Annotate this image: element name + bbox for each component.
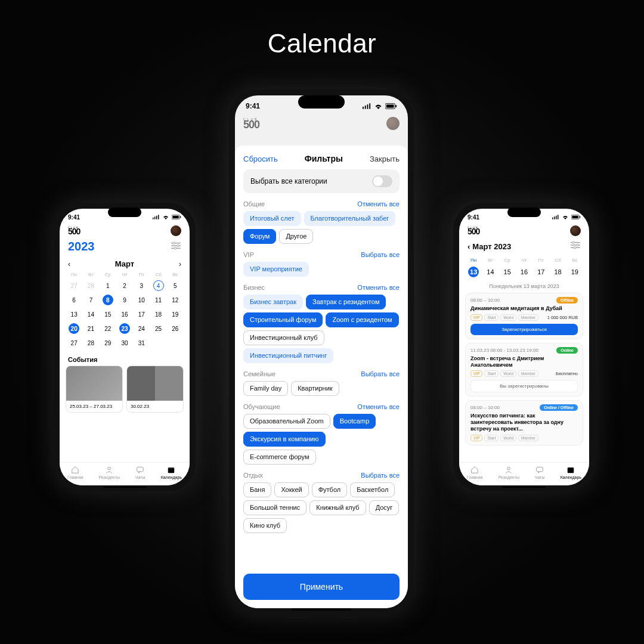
tab-chats[interactable]: Чаты — [535, 466, 545, 479]
week-day[interactable]: 16 — [516, 264, 532, 280]
filter-tag[interactable]: Экскурсия в компанию — [243, 432, 326, 447]
calendar-day[interactable]: 23 — [116, 321, 133, 336]
filter-tag[interactable]: Bootcamp — [333, 414, 376, 429]
calendar-day[interactable]: 30 — [116, 336, 133, 351]
event-card[interactable]: 25.03.23 – 27.03.23 — [66, 366, 123, 413]
day-event-card[interactable]: 08:00 – 10:00OfflineДинамическая медитац… — [465, 293, 583, 339]
calendar-day[interactable]: 5 — [167, 278, 184, 293]
filter-tag[interactable]: Хоккей — [274, 482, 308, 497]
filter-tag[interactable]: E-commerce форум — [243, 450, 316, 465]
next-month-button[interactable]: › — [179, 260, 181, 268]
filter-tag[interactable]: Образовательный Zoom — [243, 414, 330, 429]
calendar-day[interactable]: 28 — [82, 336, 99, 351]
calendar-day[interactable]: 31 — [133, 336, 150, 351]
close-button[interactable]: Закрыть — [370, 154, 400, 163]
calendar-day[interactable]: 1 — [100, 278, 116, 293]
week-day[interactable]: 18 — [549, 264, 566, 280]
filter-tag[interactable]: Досуг — [369, 500, 400, 515]
event-cta-button[interactable]: Зарегистрироваться — [470, 324, 578, 335]
calendar-day[interactable]: 7 — [82, 293, 99, 307]
day-event-card[interactable]: 11.03.23 08:00 - 13.03.23 19:00OnlineZoo… — [465, 343, 583, 397]
filter-tag[interactable]: Книжный клуб — [309, 500, 366, 515]
calendar-day[interactable]: 15 — [100, 307, 116, 321]
cancel-all-button[interactable]: Отменить все — [357, 284, 400, 291]
calendar-day[interactable]: 27 — [66, 278, 82, 293]
calendar-day[interactable]: 14 — [82, 307, 99, 321]
calendar-day[interactable]: 4 — [150, 278, 166, 293]
filter-tag[interactable]: Баскетбол — [350, 482, 395, 497]
week-day[interactable]: 17 — [532, 264, 549, 280]
prev-month-button[interactable]: ‹ — [68, 260, 70, 268]
calendar-day[interactable]: 27 — [66, 336, 82, 351]
calendar-day[interactable]: 25 — [150, 321, 166, 336]
tab-residents[interactable]: Резиденты — [499, 466, 519, 479]
cancel-all-button[interactable]: Отменить все — [357, 403, 400, 410]
calendar-day[interactable]: 9 — [116, 293, 133, 307]
select-all-button[interactable]: Выбрать все — [361, 370, 400, 377]
cancel-all-button[interactable]: Отменить все — [357, 200, 400, 208]
calendar-day[interactable]: 16 — [116, 307, 133, 321]
avatar[interactable] — [171, 225, 181, 236]
filter-tag[interactable]: Завтрак с резидентом — [306, 295, 386, 309]
year-label[interactable]: 2023 — [68, 240, 95, 253]
filter-tag[interactable]: Футбол — [312, 482, 348, 497]
calendar-day[interactable]: 10 — [133, 293, 150, 307]
week-day[interactable]: 15 — [499, 264, 516, 280]
week-day[interactable]: 13 — [465, 264, 482, 280]
filter-tag[interactable]: Квартирник — [291, 381, 339, 396]
calendar-day[interactable]: 2 — [116, 278, 133, 293]
tab-calendar[interactable]: Календарь — [161, 466, 182, 479]
filter-tag[interactable]: Итоговый слет — [243, 211, 301, 226]
tab-chats[interactable]: Чаты — [135, 466, 145, 479]
day-event-card[interactable]: 08:00 – 10:00Online / OfflineИскусство п… — [465, 400, 583, 445]
tab-home[interactable]: Главная — [67, 466, 83, 479]
filter-tag[interactable]: Строительный форум — [243, 312, 323, 327]
calendar-day[interactable]: 8 — [100, 293, 116, 307]
calendar-day[interactable]: 18 — [150, 307, 166, 321]
filter-tag[interactable]: Другое — [279, 229, 313, 244]
calendar-day[interactable]: 19 — [167, 307, 184, 321]
back-month-button[interactable]: ‹ Март 2023 — [467, 242, 511, 251]
filter-tag[interactable]: Большой теннис — [243, 500, 306, 515]
calendar-day[interactable]: 6 — [66, 293, 82, 307]
filter-tag[interactable]: Бизнес завтрак — [243, 295, 303, 309]
filter-tag[interactable]: Форум — [243, 229, 276, 244]
apply-button[interactable]: Применить — [243, 574, 400, 600]
select-all-button[interactable]: Выбрать все — [361, 251, 400, 258]
filter-tag[interactable]: Благотворительный забег — [304, 211, 396, 226]
calendar-day[interactable]: 20 — [66, 321, 82, 336]
tab-calendar[interactable]: Календарь — [561, 466, 581, 479]
calendar-day[interactable] — [150, 336, 166, 351]
calendar-day[interactable]: 17 — [133, 307, 150, 321]
reset-button[interactable]: Сбросить — [243, 154, 278, 163]
avatar[interactable] — [570, 225, 581, 236]
calendar-day[interactable]: 11 — [150, 293, 166, 307]
filter-tag[interactable]: Баня — [243, 482, 271, 497]
filter-tag[interactable]: Family day — [243, 381, 288, 396]
calendar-day[interactable] — [167, 336, 184, 351]
filter-icon[interactable] — [171, 242, 181, 252]
tab-residents[interactable]: Резиденты — [99, 466, 120, 479]
select-all-button[interactable]: Выбрать все — [361, 472, 400, 479]
select-all-toggle[interactable] — [372, 175, 392, 187]
calendar-day[interactable]: 22 — [100, 321, 116, 336]
calendar-day[interactable]: 24 — [133, 321, 150, 336]
calendar-day[interactable]: 21 — [82, 321, 99, 336]
calendar-day[interactable]: 29 — [100, 336, 116, 351]
event-card[interactable]: 30.02.23 — [126, 366, 184, 413]
calendar-day[interactable]: 26 — [167, 321, 184, 336]
calendar-day[interactable]: 3 — [133, 278, 150, 293]
week-day[interactable]: 19 — [566, 264, 583, 280]
calendar-day[interactable]: 13 — [66, 307, 82, 321]
filter-tag[interactable]: VIP мероприятие — [243, 262, 309, 277]
event-cta-button[interactable]: Вы зарегистрированы — [470, 380, 578, 392]
filter-tag[interactable]: Инвестиционный клуб — [243, 330, 324, 345]
calendar-day[interactable]: 28 — [82, 278, 99, 293]
filter-tag[interactable]: Zoom с резидентом — [326, 312, 398, 327]
filter-tag[interactable]: Кино клуб — [243, 518, 287, 533]
select-all-row[interactable]: Выбрать все категории — [243, 169, 400, 193]
calendar-day[interactable]: 12 — [167, 293, 184, 307]
tab-home[interactable]: Главная — [467, 466, 483, 479]
week-day[interactable]: 14 — [482, 264, 499, 280]
filter-tag[interactable]: Инвестиционный питчинг — [243, 348, 333, 363]
